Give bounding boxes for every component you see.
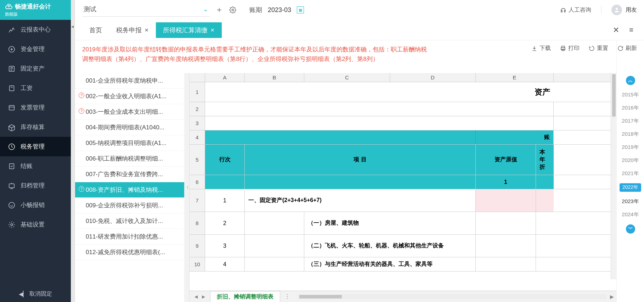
row-header[interactable]: 2 <box>190 102 205 116</box>
header-line[interactable]: 行次 <box>205 145 245 175</box>
row-header[interactable]: 1 <box>190 82 205 102</box>
nav-item[interactable]: 归档管理 <box>0 176 71 195</box>
item-text[interactable]: 一、固定资产(2+3+4+5+6+7) <box>245 189 476 212</box>
year-item[interactable]: 2024年 <box>622 211 639 218</box>
nav-item[interactable]: 小畅报销 <box>0 195 71 215</box>
tabs-close-all[interactable]: ✕ <box>609 26 623 35</box>
cell[interactable] <box>205 130 476 144</box>
sidebar-collapse-handle[interactable] <box>71 0 75 302</box>
add-icon[interactable] <box>215 6 223 14</box>
line-no[interactable]: 2 <box>205 212 245 234</box>
nav-item[interactable]: 结账 <box>0 156 71 176</box>
nav-item[interactable]: 资金管理 <box>0 39 71 59</box>
year-item[interactable]: 2020年 <box>622 157 639 164</box>
year-item[interactable]: 2019年 <box>622 144 639 151</box>
nav-item[interactable]: 基础设置 <box>0 215 71 234</box>
tab-close-icon[interactable]: ✕ <box>210 27 215 33</box>
col-header-A[interactable]: A <box>205 73 245 82</box>
form-item[interactable]: 001-企业所得税年度纳税申... <box>75 73 184 89</box>
cell[interactable] <box>245 212 304 234</box>
sheet-title[interactable]: 资产 <box>205 82 554 102</box>
form-item[interactable]: 009-企业所得税弥补亏损明... <box>75 198 184 213</box>
cell[interactable] <box>536 235 554 257</box>
line-no[interactable]: 1 <box>205 189 245 212</box>
form-item[interactable]: 010-免税、减计收入及加计... <box>75 213 184 229</box>
nav-item[interactable]: 库存核算 <box>0 117 71 137</box>
row-header[interactable]: 6 <box>190 175 205 189</box>
sidebar-unpin[interactable]: ◀▏取消固定 <box>0 286 71 302</box>
cell[interactable] <box>245 235 304 257</box>
cell[interactable] <box>536 257 554 271</box>
reset-button[interactable]: 重置 <box>589 45 608 52</box>
download-button[interactable]: 下载 <box>531 45 551 52</box>
calendar-icon[interactable]: ▦ <box>297 6 304 13</box>
cell[interactable] <box>476 235 536 257</box>
horizontal-scrollbar[interactable] <box>298 294 606 299</box>
tab[interactable]: 所得税汇算清缴✕ <box>156 22 222 38</box>
user-menu[interactable]: 用友 <box>611 5 637 15</box>
cell[interactable] <box>476 257 536 271</box>
col-header-C[interactable]: C <box>304 73 390 82</box>
year-item[interactable]: 2022年 <box>620 183 641 192</box>
row-header[interactable]: 7 <box>190 189 205 212</box>
line-no[interactable]: 3 <box>205 235 245 257</box>
year-item[interactable]: 2021年 <box>622 170 639 177</box>
cell[interactable] <box>536 189 554 212</box>
gear-icon[interactable] <box>229 6 237 14</box>
item-text[interactable]: （二）飞机、火车、轮船、机器、机械和其他生产设备 <box>304 235 476 257</box>
cell[interactable] <box>245 257 304 271</box>
cell[interactable] <box>245 175 476 189</box>
form-item[interactable]: 012-减免所得税优惠明细表(... <box>75 245 184 260</box>
tab[interactable]: 税务申报✕ <box>109 22 156 38</box>
form-item[interactable]: 008-资产折旧、摊销及纳税... <box>75 182 184 198</box>
tabs-menu-icon[interactable]: ≡ <box>626 26 637 34</box>
row-header[interactable]: 8 <box>190 212 205 235</box>
sheet-corner[interactable] <box>190 73 205 82</box>
header-accounts[interactable]: 账 <box>476 130 554 144</box>
form-item[interactable]: 005-纳税调整项目明细表(A1... <box>75 135 184 151</box>
col-number[interactable]: 1 <box>476 175 536 189</box>
line-no[interactable]: 4 <box>205 257 245 271</box>
year-item[interactable]: 2015年 <box>622 91 639 98</box>
row-header[interactable]: 10 <box>190 257 205 272</box>
row-header[interactable]: 9 <box>190 235 205 257</box>
cell[interactable] <box>476 212 536 234</box>
rail-toggle-up-icon[interactable]: ︽ <box>626 76 635 85</box>
nav-item[interactable]: 发票管理 <box>0 98 71 117</box>
form-item[interactable]: 002-一般企业收入明细表(A1... <box>75 89 184 104</box>
header-depr[interactable]: 本年折 <box>536 145 554 175</box>
nav-item[interactable]: 固定资产 <box>0 59 71 78</box>
col-header-D[interactable]: D <box>390 73 476 82</box>
form-item[interactable]: 004-期间费用明细表(A1040... <box>75 120 184 135</box>
row-header[interactable]: 5 <box>190 145 205 175</box>
year-item[interactable]: 2023年 <box>622 198 639 205</box>
form-item[interactable]: 007-广告费和业务宣传费跨... <box>75 167 184 182</box>
form-item[interactable]: 003-一般企业成本支出明细... <box>75 104 184 120</box>
header-item[interactable]: 项 目 <box>245 145 476 175</box>
cell[interactable] <box>536 175 554 189</box>
sheet-nav[interactable]: ◀▶ <box>190 294 210 299</box>
tab[interactable]: 首页 <box>82 22 109 38</box>
sheet-expand-icon[interactable]: ▶ <box>610 294 616 300</box>
rail-toggle-down-icon[interactable]: ︾ <box>626 224 635 234</box>
cell[interactable] <box>205 116 554 130</box>
col-header-B[interactable]: B <box>245 73 304 82</box>
year-item[interactable]: 2016年 <box>622 105 639 111</box>
nav-item[interactable]: 云报表中心 <box>0 20 71 39</box>
print-button[interactable]: 打印 <box>560 45 580 52</box>
nav-item[interactable]: 税务管理 <box>0 137 71 156</box>
cell[interactable] <box>536 212 554 234</box>
nav-item[interactable]: 工资 <box>0 78 71 98</box>
cell[interactable] <box>205 175 245 189</box>
col-header-E[interactable]: E <box>476 73 554 82</box>
year-item[interactable]: 2018年 <box>622 131 639 138</box>
vertical-scrollbar[interactable] <box>611 73 616 279</box>
account-select[interactable]: 测试 ⌄ <box>82 4 210 17</box>
cell[interactable] <box>476 189 536 212</box>
sheet-tab[interactable]: 折旧、摊销调整明细表 <box>210 291 280 302</box>
form-list-collapse[interactable]: 《 <box>184 73 189 302</box>
year-item[interactable]: 2017年 <box>622 118 639 124</box>
tab-close-icon[interactable]: ✕ <box>145 27 149 33</box>
refresh-button[interactable]: 刷新 <box>617 45 637 52</box>
header-cost[interactable]: 资产原值 <box>476 145 536 175</box>
